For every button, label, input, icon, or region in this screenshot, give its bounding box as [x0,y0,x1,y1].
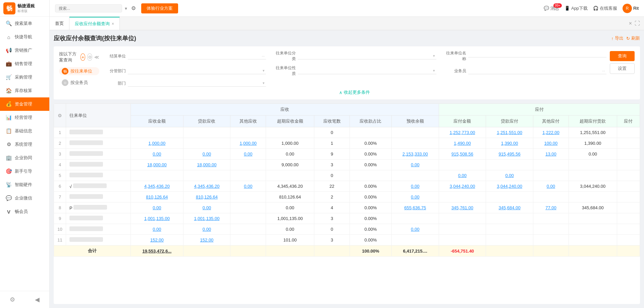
table-row: 418,000.0018,000.009,000.0030.00%0.00 [54,160,640,170]
query-button[interactable]: 查询 [610,51,635,61]
sidebar-settings-btn[interactable]: ⚙ [6,295,18,305]
table-row: 6√ 4,345,436.204,345,436.200.004,345,436… [54,181,640,192]
col-settings-icon[interactable]: ⚙ [58,113,62,118]
tab-ar-ap[interactable]: 应收应付余额查询 × [69,17,120,30]
top-bar-right: 💬 消息 99+ 📱 App下载 🎧 在线客服 R Rit [544,4,639,13]
recv-loan-header: 贷款应收 [183,116,230,127]
service-icon: 🎧 [593,6,598,11]
settings-button[interactable]: 设置 [610,63,635,74]
dots-icon: ··· [262,54,265,58]
partner-nature-control[interactable]: ▾ [298,68,436,74]
filter-field-salesperson: 业务员 ··· [443,65,606,77]
partner-option-label: 按往来单位 [70,68,92,74]
branch-label: 分管部门 [103,68,128,74]
partner-name-label: 往来单位名称 [443,50,468,62]
sidebar-item-quick[interactable]: ⌂ 快捷导航 [0,30,49,44]
recv-ratio-header: 应收款占比 [350,116,392,127]
recv-other-header: 其他应收 [230,116,266,127]
pay-loan-header: 贷款应付 [486,116,533,127]
table-container[interactable]: ⚙ 往来单位 应收 应付 应收金额 贷款应收 其他应收 超期应收金额 应收笔数 [54,103,640,304]
sidebar-item-finance[interactable]: 💰 资金管理 [0,97,49,111]
main-area: ▾ ⚙ 体验行业方案 💬 消息 99+ 📱 App下载 🎧 在线客服 R [50,0,644,308]
pay-overdue-header: 超期应付货款 [569,116,617,127]
message-button[interactable]: 💬 消息 99+ [544,5,559,11]
basic-icon: 📋 [5,128,12,134]
sidebar-item-sales[interactable]: 💼 销售管理 [0,57,49,71]
salesperson-control[interactable]: ··· [468,68,606,74]
sidebar-item-guide[interactable]: 🎯 新手引导 [0,165,49,178]
tab-home[interactable]: 首页 [50,17,69,30]
recv-prepay-header: 预收余额 [391,116,439,127]
sidebar-item-system[interactable]: ⚙ 系统管理 [0,138,49,151]
payable-group-header: 应付 [439,104,640,116]
refresh-button[interactable]: ↻ 刷新 [626,35,640,41]
chevron-down-icon[interactable]: ▾ [125,6,127,11]
filter-option-staff[interactable]: ⊙ 按业务员 [59,79,99,87]
table-row: 500.000.00 [54,170,640,181]
sidebar-item-hardware[interactable]: 📡 智能硬件 [0,178,49,191]
sidebar-item-member[interactable]: V 畅会员 [0,205,49,218]
branch-control[interactable]: ▾ [128,68,266,74]
logo-icon: 畅 [3,2,15,14]
filter-option-partner[interactable]: 畅 按往来单位 [59,67,99,75]
filter-collapse: ∧ 收起更多条件 [103,89,606,95]
filter-collapse-arrow[interactable]: ≪ [94,54,99,60]
sidebar-collapse-btn[interactable]: ◀ [32,295,43,305]
window-expand-icon[interactable]: ⛶ [635,20,640,27]
inventory-icon: 🏠 [5,87,12,94]
filter-panel: 按以下方案查询 + ⊙ ≪ 畅 按往来单位 ⊙ 按业务员 [54,46,640,99]
breadcrumb-input[interactable] [55,4,122,12]
filter-field-partner-cat: 往来单位分类 ▾ [273,50,436,62]
trial-button[interactable]: 体验行业方案 [141,3,178,13]
filter-field-partner-nature: 往来单位性质 ▾ [273,65,436,77]
sidebar-footer: ⚙ ◀ [0,291,49,308]
partner-cat-control[interactable]: ▾ [298,53,436,59]
top-bar-left: ▾ ⚙ 体验行业方案 [55,3,544,13]
settlement-control[interactable]: ··· [128,53,266,59]
table-wrap: ⚙ 往来单位 应收 应付 应收金额 贷款应收 其他应收 超期应收金额 应收笔数 [54,103,640,304]
settings-col-header[interactable]: ⚙ [54,104,66,127]
partner-option-icon: 畅 [62,68,68,75]
salesperson-dots-icon: ··· [602,69,605,73]
sidebar-item-mgmt[interactable]: 📊 经营管理 [0,111,49,124]
app-download-button[interactable]: 📱 App下载 [565,5,588,11]
footer-pay-total: -654,751.40 [439,246,486,257]
table-row: 21,000.001,000.001,000.0010.00%1,490.001… [54,138,640,149]
recv-amt-header: 应收金额 [131,116,183,127]
recv-overdue-header: 超期应收金额 [266,116,314,127]
sidebar-item-wechat[interactable]: 💬 企业微信 [0,191,49,205]
hardware-icon: 📡 [5,181,12,188]
filter-add-button[interactable]: + [80,53,86,61]
dept-control[interactable]: ▾ [128,80,266,87]
service-button[interactable]: 🎧 在线客服 [593,5,617,11]
table-row: 100.000.000.0000.00%0.00 [54,224,640,235]
collapse-link[interactable]: ∧ 收起更多条件 [339,89,370,95]
filter-body: 按以下方案查询 + ⊙ ≪ 畅 按往来单位 ⊙ 按业务员 [59,50,635,95]
collapse-up-icon: ∧ [339,90,342,95]
recv-count-header: 应收笔数 [314,116,350,127]
home-icon: ⌂ [5,34,12,40]
finance-icon: 💰 [5,101,12,107]
app-icon: 📱 [565,6,570,11]
sales-icon: 💼 [5,60,12,67]
tab-close-icon[interactable]: × [112,21,114,26]
sidebar-item-marketing[interactable]: 📢 营销推广 [0,44,49,57]
sidebar-item-corp[interactable]: 🏢 企业协同 [0,151,49,165]
sidebar-item-purchase[interactable]: 🛒 采购管理 [0,71,49,84]
export-button[interactable]: ↑ 导出 [611,35,624,41]
filter-schema-button[interactable]: ⊙ [87,53,92,61]
footer-recv-total[interactable]: 19,553,472,6... [131,246,183,257]
sidebar-item-inventory[interactable]: 🏠 库存核算 [0,84,49,97]
pay-suffix-header: 应付 [617,116,640,127]
sidebar-item-basic[interactable]: 📋 基础信息 [0,124,49,138]
sidebar-item-search[interactable]: 🔍 搜索菜单 [0,17,49,30]
partner-name-control[interactable] [468,55,606,57]
filter-scheme: 按以下方案查询 + ⊙ ≪ 畅 按往来单位 ⊙ 按业务员 [59,50,99,95]
page-actions: ↑ 导出 ↻ 刷新 [611,35,640,41]
window-close-icon[interactable]: × [629,20,632,27]
gear-icon[interactable]: ⚙ [131,5,136,11]
corp-icon: 🏢 [5,155,12,161]
filter-fields-grid: 结算单位 ··· 往来单位分类 ▾ [103,50,606,87]
user-menu[interactable]: R Rit [623,4,639,13]
app-label: App下载 [571,5,588,11]
